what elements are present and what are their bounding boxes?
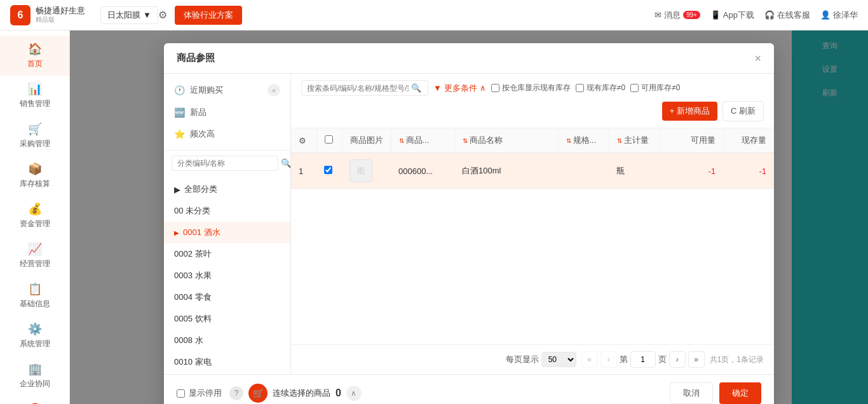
modal-right-panel: 🔍 ▼ 更多条件 ∧ 按仓库显示现有库存: [291, 74, 774, 374]
message-badge: 99+: [683, 11, 700, 19]
main-layout: 🏠 首页 📊 销售管理 🛒 采购管理 📦 库存核算 💰 资金管理 📈 经营管理 …: [0, 30, 868, 404]
th-settings[interactable]: ⚙: [291, 128, 316, 153]
checkbox-warehouse[interactable]: 按仓库显示现有库存: [491, 83, 571, 93]
th-spec[interactable]: ⇅ 规格...: [558, 128, 609, 153]
th-name[interactable]: ⇅ 商品名称: [454, 128, 558, 153]
tab-new[interactable]: 🆕 新品: [164, 102, 290, 123]
home-icon: 🏠: [28, 42, 42, 56]
collapse-btn[interactable]: «: [268, 84, 280, 97]
modal-overlay: 商品参照 × 🕐 近期购买 «: [70, 30, 868, 404]
th-stock: 现存量: [723, 128, 774, 153]
tab-recent-label: 近期购买: [190, 84, 223, 96]
tab-new-label: 新品: [190, 107, 207, 118]
message-btn[interactable]: ✉ 消息 99+: [654, 10, 700, 21]
inventory-icon: 📦: [28, 162, 42, 176]
row-seq: 1: [291, 153, 316, 189]
category-all[interactable]: ▶ 全部分类: [164, 178, 290, 200]
category-0008[interactable]: 0008 水: [164, 330, 290, 351]
sort-unit-icon: ⇅: [617, 137, 622, 144]
checkbox-stock-input[interactable]: [576, 84, 584, 92]
table-row[interactable]: 1 图 000600... 白酒100ml 瓶 -1 -1: [291, 153, 774, 189]
row-name: 白酒100ml: [454, 153, 558, 189]
refresh-btn[interactable]: C 刷新: [722, 101, 764, 121]
chevron-down-icon: ▼: [143, 10, 151, 20]
cancel-btn[interactable]: 取消: [670, 382, 713, 404]
left-sidebar: 🏠 首页 📊 销售管理 🛒 采购管理 📦 库存核算 💰 资金管理 📈 经营管理 …: [0, 30, 70, 404]
frequent-icon: ⭐: [174, 129, 185, 139]
settings-icon[interactable]: ⚙: [158, 9, 167, 21]
search-icon: 🔍: [411, 83, 421, 93]
cart-icon[interactable]: 🛒: [248, 384, 268, 403]
tab-frequent[interactable]: ⭐ 频次高: [164, 123, 290, 145]
toolbar-right: + 新增商品 C 刷新: [662, 101, 764, 121]
user-avatar[interactable]: 👤 徐泽华: [820, 10, 858, 21]
app-download-btn[interactable]: 📱 App下载: [710, 10, 754, 21]
last-page-btn[interactable]: »: [688, 351, 705, 368]
tab-frequent-label: 频次高: [190, 128, 215, 140]
experience-btn[interactable]: 体验行业方案: [175, 6, 242, 25]
confirm-btn[interactable]: 确定: [719, 382, 761, 404]
checkbox-warehouse-input[interactable]: [491, 84, 499, 92]
modal-close-btn[interactable]: ×: [754, 53, 761, 64]
first-page-btn[interactable]: «: [581, 351, 598, 368]
company-selector[interactable]: 日太阳膜 ▼: [100, 6, 158, 24]
category-search-btn[interactable]: 🔍: [281, 156, 291, 171]
sidebar-item-home[interactable]: 🏠 首页: [0, 36, 69, 76]
select-all-checkbox[interactable]: [325, 135, 333, 144]
product-thumbnail: 图: [349, 159, 372, 182]
enterprise-icon: 🏢: [28, 362, 42, 376]
category-0003[interactable]: 0003 水果: [164, 265, 290, 286]
sidebar-item-inventory[interactable]: 📦 库存核算: [0, 156, 69, 196]
category-0010[interactable]: 0010 家电: [164, 351, 290, 373]
page-total-label: 共1页，1条记录: [710, 354, 764, 365]
sidebar-item-finance[interactable]: 💰 资金管理: [0, 196, 69, 236]
checkbox-available-neq0[interactable]: 可用库存≠0: [630, 83, 680, 93]
sidebar-label-business: 经营管理: [20, 259, 50, 269]
th-code[interactable]: ⇅ 商品...: [391, 128, 454, 153]
sidebar-label-enterprise: 企业协同: [20, 379, 50, 389]
category-0005[interactable]: 0005 饮料: [164, 308, 290, 330]
filter-btn[interactable]: ▼ 更多条件 ∧: [433, 83, 486, 94]
active-arrow-icon: ▶: [174, 229, 179, 236]
prev-page-btn[interactable]: ‹: [600, 351, 617, 368]
add-product-btn[interactable]: + 新增商品: [662, 102, 717, 121]
row-img: 图: [342, 153, 391, 189]
sort-spec-icon: ⇅: [566, 137, 571, 144]
sidebar-item-system[interactable]: ⚙️ 系统管理: [0, 316, 69, 356]
category-0002[interactable]: 0002 茶叶: [164, 243, 290, 265]
category-list: ▶ 全部分类 00 未分类 ▶ 0001 酒水 0002 茶: [164, 176, 290, 374]
checkbox-available-input[interactable]: [630, 84, 639, 92]
finance-icon: 💰: [28, 202, 42, 216]
display-disabled-checkbox[interactable]: 显示停用: [177, 387, 222, 399]
next-page-btn[interactable]: ›: [669, 351, 686, 368]
th-check[interactable]: [316, 128, 342, 153]
category-0001[interactable]: ▶ 0001 酒水: [164, 222, 290, 243]
business-icon: 📈: [28, 242, 42, 256]
category-search-input[interactable]: [172, 156, 278, 171]
row-check[interactable]: [316, 153, 342, 189]
sidebar-item-base[interactable]: 📋 基础信息: [0, 276, 69, 316]
headset-icon: 🎧: [764, 10, 775, 20]
th-unit[interactable]: ⇅ 主计量: [609, 128, 660, 153]
new-icon: 🆕: [174, 107, 185, 118]
sidebar-item-enterprise[interactable]: 🏢 企业协同: [0, 356, 69, 396]
sidebar-item-sales[interactable]: 📊 销售管理: [0, 76, 69, 116]
online-service-btn[interactable]: 🎧 在线客服: [764, 10, 810, 21]
category-0004[interactable]: 0004 零食: [164, 286, 290, 308]
filter-collapse-icon: ∧: [480, 83, 486, 93]
help-icon[interactable]: ?: [229, 386, 243, 400]
tab-recent[interactable]: 🕐 近期购买 «: [164, 79, 290, 102]
sidebar-item-business[interactable]: 📈 经营管理: [0, 236, 69, 276]
purchase-icon: 🛒: [28, 122, 42, 136]
sidebar-item-purchase[interactable]: 🛒 采购管理: [0, 116, 69, 156]
page-size-dropdown[interactable]: 102050100: [541, 352, 576, 367]
footer-left: ? 🛒 连续选择的商品 0 ∧: [229, 384, 362, 403]
sidebar-item-guide[interactable]: 🎯 新手引导: [0, 396, 69, 404]
footer-collapse-btn[interactable]: ∧: [346, 386, 362, 401]
checkbox-stock-neq0[interactable]: 现有库存≠0: [576, 83, 625, 93]
disabled-checkbox-input[interactable]: [177, 389, 185, 398]
page-number-input[interactable]: [630, 351, 656, 368]
category-00[interactable]: 00 未分类: [164, 200, 290, 222]
product-search-input[interactable]: [307, 84, 409, 93]
base-icon: 📋: [28, 282, 42, 296]
